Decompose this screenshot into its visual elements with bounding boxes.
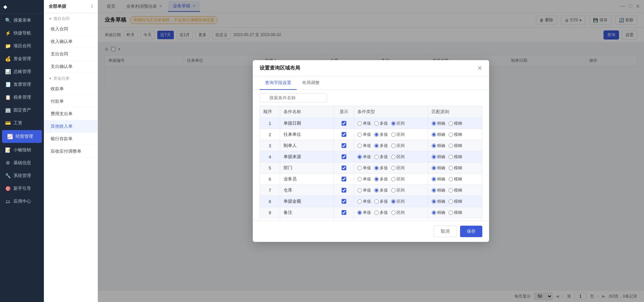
radio-match-精确[interactable]: 精确 — [432, 210, 445, 216]
radio-type-多值[interactable]: 多值 — [374, 132, 388, 137]
radio-input-match-精确[interactable] — [432, 121, 436, 126]
radio-type-区间[interactable]: 区间 — [391, 165, 405, 171]
radio-input-type-区间[interactable] — [391, 210, 396, 215]
radio-type-单值[interactable]: 单值 — [357, 199, 371, 204]
sidebar-item-ledger[interactable]: 📊 总账管理 — [0, 65, 44, 78]
radio-type-单值[interactable]: 单值 — [357, 176, 371, 182]
radio-match-模糊[interactable]: 模糊 — [449, 210, 462, 216]
radio-match-模糊[interactable]: 模糊 — [449, 154, 462, 160]
modal-search-input[interactable] — [260, 93, 327, 102]
radio-type-单值[interactable]: 单值 — [357, 143, 371, 149]
radio-type-区间[interactable]: 区间 — [391, 143, 405, 149]
radio-input-type-区间[interactable] — [391, 121, 396, 126]
radio-input-match-精确[interactable] — [432, 210, 436, 215]
radio-type-区间[interactable]: 区间 — [391, 121, 405, 126]
row-show-checkbox[interactable] — [342, 177, 346, 181]
radio-type-多值[interactable]: 多值 — [374, 199, 388, 204]
radio-input-match-模糊[interactable] — [449, 166, 453, 170]
radio-input-match-模糊[interactable] — [449, 155, 453, 159]
radio-type-多值[interactable]: 多值 — [374, 143, 388, 149]
radio-match-模糊[interactable]: 模糊 — [449, 121, 462, 126]
sidebar-item-fixed[interactable]: 🏢 固定资产 — [0, 104, 44, 117]
radio-input-type-区间[interactable] — [391, 166, 396, 170]
radio-input-type-多值[interactable] — [374, 155, 379, 159]
radio-input-match-模糊[interactable] — [449, 132, 453, 137]
sidebar-item-ap-adjust[interactable]: 应收应付调整单 — [44, 145, 98, 158]
radio-input-match-精确[interactable] — [432, 155, 436, 159]
radio-match-模糊[interactable]: 模糊 — [449, 132, 462, 137]
radio-input-type-区间[interactable] — [391, 188, 396, 193]
radio-type-单值[interactable]: 单值 — [357, 187, 371, 193]
sidebar-item-salary[interactable]: 💳 工资 — [0, 117, 44, 129]
radio-input-type-单值[interactable] — [357, 166, 362, 170]
sidebar-group-project[interactable]: ▼ 项目合同 — [44, 13, 98, 23]
sidebar-item-expense-confirm[interactable]: 支出确认单 — [44, 60, 98, 73]
row-show-checkbox[interactable] — [342, 210, 346, 215]
radio-match-模糊[interactable]: 模糊 — [449, 165, 462, 171]
radio-type-区间[interactable]: 区间 — [391, 210, 405, 216]
radio-type-区间[interactable]: 区间 — [391, 154, 405, 160]
row-show-checkbox[interactable] — [342, 132, 346, 137]
radio-type-区间[interactable]: 区间 — [391, 176, 405, 182]
sidebar-item-tax[interactable]: 📋 税务管理 — [0, 91, 44, 104]
radio-match-模糊[interactable]: 模糊 — [449, 143, 462, 149]
radio-type-单值[interactable]: 单值 — [357, 121, 371, 126]
sidebar-item-income-contract[interactable]: 收入合同 — [44, 23, 98, 35]
radio-match-精确[interactable]: 精确 — [432, 132, 445, 137]
radio-type-区间[interactable]: 区间 — [391, 187, 405, 193]
radio-input-type-单值[interactable] — [357, 121, 362, 126]
radio-input-type-区间[interactable] — [391, 199, 396, 204]
radio-input-type-多值[interactable] — [374, 132, 379, 137]
radio-type-区间[interactable]: 区间 — [391, 132, 405, 137]
radio-input-match-模糊[interactable] — [449, 121, 453, 126]
radio-match-精确[interactable]: 精确 — [432, 143, 445, 149]
radio-input-type-多值[interactable] — [374, 199, 379, 204]
radio-input-type-多值[interactable] — [374, 144, 379, 148]
radio-input-type-单值[interactable] — [357, 199, 362, 204]
modal-tab-query[interactable]: 查询字段设置 — [260, 76, 297, 90]
radio-type-区间[interactable]: 区间 — [391, 199, 405, 204]
radio-type-多值[interactable]: 多值 — [374, 210, 388, 216]
radio-type-单值[interactable]: 单值 — [357, 132, 371, 137]
radio-input-type-区间[interactable] — [391, 144, 396, 148]
modal-close-button[interactable]: ✕ — [477, 65, 482, 71]
sidebar-item-other-income[interactable]: 其他收入单 — [44, 120, 98, 133]
radio-type-多值[interactable]: 多值 — [374, 176, 388, 182]
radio-input-type-单值[interactable] — [357, 177, 362, 181]
radio-type-多值[interactable]: 多值 — [374, 165, 388, 171]
radio-input-type-单值[interactable] — [357, 144, 362, 148]
modal-save-button[interactable]: 保存 — [460, 226, 482, 237]
radio-input-type-区间[interactable] — [391, 132, 396, 137]
sidebar-item-invoice[interactable]: 🧾 发票管理 — [0, 78, 44, 91]
row-show-checkbox[interactable] — [342, 166, 346, 170]
radio-input-match-精确[interactable] — [432, 144, 436, 148]
radio-input-match-精确[interactable] — [432, 188, 436, 193]
sidebar-item-project[interactable]: 📁 项目合同 — [0, 40, 44, 52]
radio-input-match-模糊[interactable] — [449, 199, 453, 204]
sidebar-item-quicknav[interactable]: ⚡ 快捷导航 — [0, 27, 44, 40]
radio-match-精确[interactable]: 精确 — [432, 199, 445, 204]
row-show-checkbox[interactable] — [342, 154, 346, 159]
sidebar-item-expense[interactable]: 📝 小畅报销 — [0, 144, 44, 156]
radio-match-精确[interactable]: 精确 — [432, 176, 445, 182]
radio-match-精确[interactable]: 精确 — [432, 165, 445, 171]
radio-input-type-多值[interactable] — [374, 188, 379, 193]
sidebar-item-newguide[interactable]: 🎯 新手引导 — [0, 182, 44, 195]
radio-input-match-精确[interactable] — [432, 166, 436, 170]
radio-input-type-单值[interactable] — [357, 155, 362, 159]
row-show-checkbox[interactable] — [342, 188, 346, 193]
sidebar-group-capital[interactable]: ▼ 资金往来 — [44, 73, 98, 83]
radio-input-type-多值[interactable] — [374, 121, 379, 126]
sidebar-item-basic[interactable]: ⚙ 基础信息 — [0, 156, 44, 169]
sidebar-item-appstore[interactable]: 🗂 应用中心 — [0, 195, 44, 208]
radio-input-type-多值[interactable] — [374, 166, 379, 170]
radio-input-type-区间[interactable] — [391, 177, 396, 181]
radio-match-精确[interactable]: 精确 — [432, 121, 445, 126]
sidebar-item-receipt[interactable]: 收款单 — [44, 83, 98, 95]
sidebar-item-search[interactable]: 🔍 搜索亲单 — [0, 14, 44, 27]
row-show-checkbox[interactable] — [342, 143, 346, 148]
radio-input-match-精确[interactable] — [432, 199, 436, 204]
radio-match-精确[interactable]: 精确 — [432, 154, 445, 160]
sidebar-item-ops[interactable]: 📈 经营管理 — [2, 130, 42, 143]
radio-input-match-模糊[interactable] — [449, 188, 453, 193]
